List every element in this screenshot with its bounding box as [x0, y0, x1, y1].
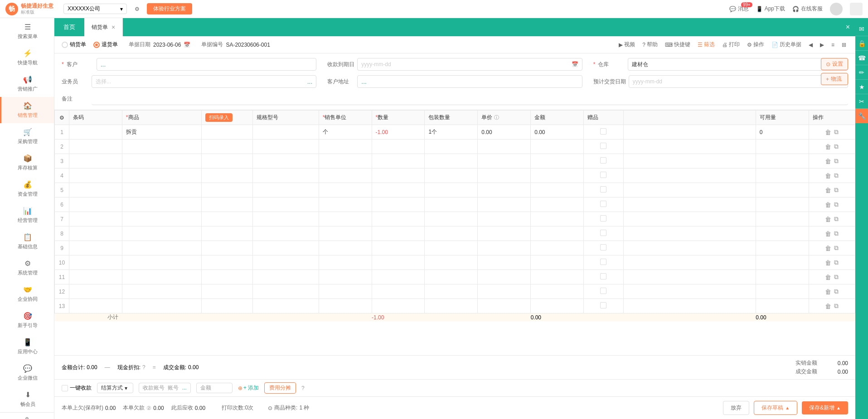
logistics-side-btn[interactable]: + 物流	[821, 73, 848, 85]
warehouse-input[interactable]: 建材仓 ...	[628, 58, 848, 71]
float-btn-5[interactable]: ★	[855, 80, 868, 94]
row-qty[interactable]	[372, 299, 425, 313]
row-barcode[interactable]	[69, 226, 122, 241]
th-scan[interactable]: 扫码录入	[202, 111, 252, 125]
row-product[interactable]	[122, 270, 201, 284]
row-qty[interactable]	[372, 197, 425, 212]
row-unit[interactable]	[319, 255, 372, 270]
row-price[interactable]	[478, 284, 531, 299]
sidebar-item-app-center[interactable]: 📱 应用中心	[0, 333, 54, 360]
video-btn[interactable]: ▶ 视频	[617, 40, 637, 49]
settings-side-btn[interactable]: ⊙ ⊙ 设置 设置	[821, 58, 848, 70]
row-product[interactable]	[122, 255, 201, 270]
row-gift[interactable]	[584, 140, 624, 154]
row-price[interactable]: 0.00	[478, 125, 531, 140]
row-remark[interactable]	[623, 255, 756, 270]
save-draft-btn[interactable]: 保存草稿 ▲	[754, 401, 797, 415]
row-unit[interactable]	[319, 140, 372, 154]
payment-help-icon[interactable]: ?	[301, 385, 305, 391]
row-amount[interactable]	[531, 140, 584, 154]
row-amount[interactable]	[531, 169, 584, 183]
row-pack-qty[interactable]	[425, 154, 478, 169]
row-amount[interactable]	[531, 154, 584, 169]
row-unit[interactable]	[319, 154, 372, 169]
row-unit[interactable]	[319, 197, 372, 212]
row-qty[interactable]	[372, 154, 425, 169]
help-btn[interactable]: ? 帮助	[640, 40, 659, 49]
row-unit[interactable]	[319, 212, 372, 226]
row-barcode[interactable]	[69, 284, 122, 299]
row-amount[interactable]: 0.00	[531, 125, 584, 140]
notification-btn[interactable]: 💬 消息 99+	[729, 5, 749, 13]
row-unit[interactable]	[319, 299, 372, 313]
row-product[interactable]	[122, 154, 201, 169]
row-barcode[interactable]	[69, 255, 122, 270]
customer-address-input[interactable]: ...	[357, 75, 582, 88]
row-remark[interactable]	[623, 169, 756, 183]
copy-row-icon[interactable]: ⧉	[834, 288, 839, 295]
sidebar-item-purchase[interactable]: 🛒 采购管理	[0, 123, 54, 149]
trial-button[interactable]: 体验行业方案	[147, 3, 192, 14]
grid-view-btn[interactable]: ⊞	[840, 41, 848, 49]
shortcuts-btn[interactable]: ⌨ 快捷键	[663, 40, 692, 49]
sales-rep-input[interactable]: 选择... ...	[92, 75, 316, 88]
row-spec[interactable]	[252, 299, 319, 313]
company-select[interactable]: XXXXXX公司 ▾	[63, 4, 127, 14]
row-qty[interactable]	[372, 255, 425, 270]
row-remark[interactable]	[623, 299, 756, 313]
row-gift[interactable]	[584, 212, 624, 226]
row-pack-qty[interactable]	[425, 241, 478, 255]
tab-close-icon[interactable]: ×	[112, 24, 115, 31]
save-new-btn[interactable]: 保存&新增 ▲	[802, 401, 848, 414]
row-barcode[interactable]	[69, 125, 122, 140]
row-amount[interactable]	[531, 270, 584, 284]
copy-row-icon[interactable]: ⧉	[834, 157, 839, 165]
delete-row-icon[interactable]: 🗑	[825, 216, 831, 223]
row-spec[interactable]	[252, 212, 319, 226]
row-barcode[interactable]	[69, 140, 122, 154]
copy-row-icon[interactable]: ⧉	[834, 230, 839, 237]
row-product[interactable]	[122, 169, 201, 183]
sidebar-item-system[interactable]: ⚙ 系统管理	[0, 255, 54, 281]
list-view-btn[interactable]: ≡	[829, 41, 836, 49]
row-spec[interactable]	[252, 255, 319, 270]
row-barcode[interactable]	[69, 197, 122, 212]
row-pack-qty[interactable]	[425, 226, 478, 241]
row-pack-qty[interactable]	[425, 197, 478, 212]
add-payment-btn[interactable]: ⊕ + 添加	[238, 384, 259, 392]
copy-row-icon[interactable]: ⧉	[834, 128, 839, 136]
row-amount[interactable]	[531, 226, 584, 241]
user-avatar[interactable]	[830, 3, 843, 15]
app-download-btn[interactable]: 📱 App下载	[756, 5, 785, 13]
row-price[interactable]	[478, 299, 531, 313]
row-barcode[interactable]	[69, 241, 122, 255]
row-gift[interactable]	[584, 270, 624, 284]
sidebar-item-member[interactable]: ⬇ 畅会员	[0, 386, 54, 412]
row-qty[interactable]	[372, 270, 425, 284]
notes-input[interactable]	[92, 92, 848, 105]
row-pack-qty[interactable]	[425, 299, 478, 313]
row-price[interactable]	[478, 169, 531, 183]
radio-sales[interactable]: 销货单	[62, 41, 86, 48]
pay-account-field[interactable]: 收款账号 账号 ...	[139, 383, 191, 393]
row-price[interactable]	[478, 241, 531, 255]
float-btn-7[interactable]: 🔧	[855, 109, 868, 123]
row-price[interactable]	[478, 197, 531, 212]
row-barcode[interactable]	[69, 299, 122, 313]
row-pack-qty[interactable]	[425, 270, 478, 284]
row-spec[interactable]	[252, 154, 319, 169]
row-qty[interactable]	[372, 212, 425, 226]
sidebar-item-basics[interactable]: 📋 基础信息	[0, 228, 54, 255]
row-amount[interactable]	[531, 183, 584, 197]
settings-icon[interactable]: ⚙	[131, 3, 143, 15]
row-amount[interactable]	[531, 299, 584, 313]
sidebar-item-quick-nav[interactable]: ⚡ 快捷导航	[0, 44, 54, 71]
row-remark[interactable]	[623, 183, 756, 197]
sidebar-item-wechat[interactable]: 💬 企业微信	[0, 360, 54, 386]
float-btn-4[interactable]: ✏	[855, 65, 868, 80]
row-remark[interactable]	[623, 212, 756, 226]
row-pack-qty[interactable]	[425, 140, 478, 154]
customer-input[interactable]: ...	[97, 58, 317, 71]
delete-row-icon[interactable]: 🗑	[825, 245, 831, 252]
row-qty[interactable]	[372, 140, 425, 154]
